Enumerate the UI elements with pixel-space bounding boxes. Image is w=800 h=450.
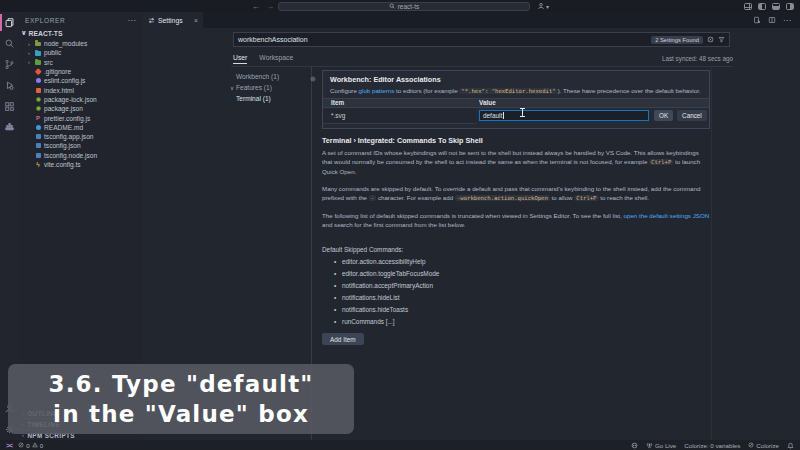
tree-item-src[interactable]: ›src bbox=[18, 58, 143, 67]
settings-search-input[interactable]: workbenchAssociation 2 Settings Found bbox=[233, 32, 730, 47]
open-default-settings-link[interactable]: open the default settings JSON bbox=[624, 212, 710, 219]
setting-gear-icon[interactable] bbox=[309, 75, 317, 83]
tree-item-tsconfig-node[interactable]: tsconfig.node.json bbox=[18, 151, 143, 160]
tree-item-readme[interactable]: README.md bbox=[18, 123, 143, 132]
results-count-badge: 2 Settings Found bbox=[651, 36, 703, 44]
toggle-secondary-sidebar-icon[interactable] bbox=[786, 3, 794, 10]
ok-button[interactable]: OK bbox=[654, 110, 673, 121]
description-paragraph-3: The following list of default skipped co… bbox=[322, 211, 710, 229]
html-icon bbox=[36, 88, 41, 93]
list-item: •editor.action.toggleTabFocusMode bbox=[322, 268, 710, 280]
scope-workspace[interactable]: Workspace bbox=[259, 54, 293, 63]
problems-indicator[interactable]: 0 0 bbox=[18, 442, 43, 449]
toc-features[interactable]: ∨Features (1) bbox=[228, 82, 308, 93]
item-cell[interactable]: *.svg bbox=[323, 108, 476, 124]
explorer-more-actions-icon[interactable]: ⋯ bbox=[127, 16, 136, 25]
tree-item-index-html[interactable]: index.html bbox=[18, 85, 143, 94]
setting-editor-associations: Workbench: Editor Associations Configure… bbox=[322, 70, 710, 129]
tree-item-public[interactable]: ›public bbox=[18, 48, 143, 57]
colorize-variables-status[interactable]: Colorize: 0 variables bbox=[684, 442, 740, 449]
add-item-button[interactable]: Add Item bbox=[322, 333, 364, 345]
tree-item-gitignore[interactable]: .gitignore bbox=[18, 67, 143, 76]
run-debug-icon[interactable] bbox=[0, 75, 18, 96]
copilot-status-icon[interactable] bbox=[631, 442, 638, 449]
tab-close-icon[interactable]: × bbox=[194, 17, 198, 24]
scope-user[interactable]: User bbox=[233, 54, 247, 63]
extensions-icon[interactable] bbox=[0, 96, 18, 117]
caption-line-1: 3.6. Type "default" bbox=[48, 369, 313, 399]
list-item: •runCommands [...] bbox=[322, 316, 710, 328]
cancel-button[interactable]: Cancel bbox=[677, 110, 707, 121]
search-value: react-ts bbox=[398, 3, 420, 10]
table-row: *.svg default OK Cancel bbox=[323, 108, 709, 124]
folder-icon bbox=[35, 42, 41, 47]
setting-title: Terminal › Integrated: Commands To Skip … bbox=[322, 136, 710, 145]
explorer-icon[interactable] bbox=[0, 12, 18, 33]
toc-terminal[interactable]: Terminal (1) bbox=[228, 93, 308, 104]
description-paragraph-2: Many commands are skipped by default. To… bbox=[322, 184, 710, 203]
tree-item-tsconfig-app[interactable]: tsconfig.app.json bbox=[18, 132, 143, 141]
column-value: Value bbox=[476, 99, 496, 106]
tree-item-vite-config[interactable]: ϟvite.config.ts bbox=[18, 160, 143, 169]
clear-search-icon[interactable] bbox=[707, 36, 714, 43]
tree-item-eslint-config[interactable]: eslint.config.js bbox=[18, 76, 143, 85]
search-icon bbox=[389, 3, 395, 9]
tab-strip: Settings × ⋯ bbox=[143, 12, 800, 28]
notifications-bell-icon[interactable] bbox=[787, 442, 794, 449]
remote-indicator-icon[interactable]: >< bbox=[6, 442, 12, 449]
mouse-text-cursor bbox=[520, 108, 525, 117]
file-tree: ›node_modules ›public ›src .gitignore es… bbox=[18, 39, 143, 169]
git-icon bbox=[35, 68, 41, 74]
text-caret bbox=[503, 112, 504, 119]
error-icon bbox=[18, 442, 24, 448]
profile-menu[interactable]: ▾ bbox=[537, 1, 549, 11]
colorize-toggle[interactable]: Colorize bbox=[748, 442, 779, 449]
split-editor-icon[interactable] bbox=[768, 16, 776, 24]
code-quickopen: -workbench.action.quickOpen bbox=[455, 195, 550, 201]
search-sidebar-icon[interactable] bbox=[0, 33, 18, 54]
readme-icon bbox=[36, 125, 41, 130]
chevron-down-icon: ∨ bbox=[228, 85, 236, 91]
skipped-commands-label: Default Skipped Commands: bbox=[322, 246, 710, 253]
tree-item-tsconfig[interactable]: tsconfig.json bbox=[18, 141, 143, 150]
value-field[interactable]: default bbox=[479, 110, 649, 121]
tutorial-caption-overlay: 3.6. Type "default" in the "Value" box bbox=[8, 364, 354, 434]
editor-more-actions-icon[interactable]: ⋯ bbox=[783, 16, 792, 25]
toc-workbench[interactable]: Workbench (1) bbox=[228, 71, 308, 82]
customize-layout-icon[interactable] bbox=[744, 3, 752, 10]
dropdown-icon: ▾ bbox=[546, 3, 549, 10]
toggle-sidebar-icon[interactable] bbox=[758, 3, 766, 10]
settings-content: Workbench: Editor Associations Configure… bbox=[322, 70, 710, 346]
list-item: •notifications.hideList bbox=[322, 292, 710, 304]
content-right-edge bbox=[711, 66, 712, 446]
docker-icon[interactable] bbox=[0, 117, 18, 138]
description-paragraph-1: A set of command IDs whose keybindings w… bbox=[322, 148, 710, 176]
chevron-right-icon: › bbox=[28, 59, 32, 65]
nav-back-icon[interactable]: ← bbox=[252, 2, 260, 11]
command-center-search[interactable]: react-ts bbox=[278, 2, 530, 11]
tree-item-node-modules[interactable]: ›node_modules bbox=[18, 39, 143, 48]
associations-table: Item Value *.svg default OK Cancel bbox=[323, 98, 709, 124]
tree-item-package-lock[interactable]: package-lock.json bbox=[18, 95, 143, 104]
source-control-icon[interactable] bbox=[0, 54, 18, 75]
tab-label: Settings bbox=[158, 17, 183, 24]
tree-item-prettier-config[interactable]: Pprettier.config.js bbox=[18, 113, 143, 122]
folder-icon bbox=[35, 51, 41, 56]
go-live-button[interactable]: Go Live bbox=[646, 442, 676, 449]
nav-forward-icon[interactable]: → bbox=[266, 2, 274, 11]
filter-icon[interactable] bbox=[718, 36, 725, 43]
code-ctrl-p: Ctrl+P bbox=[649, 159, 673, 165]
list-item: •editor.action.accessibilityHelp bbox=[322, 256, 710, 268]
column-item: Item bbox=[323, 99, 476, 106]
tree-item-package-json[interactable]: package.json bbox=[18, 104, 143, 113]
circle-slash-icon bbox=[748, 442, 754, 448]
setting-commands-to-skip-shell: Terminal › Integrated: Commands To Skip … bbox=[322, 136, 710, 346]
setting-title: Workbench: Editor Associations bbox=[330, 75, 702, 84]
explorer-root-folder[interactable]: ∨ REACT-TS bbox=[18, 28, 143, 38]
glob-patterns-link[interactable]: glob patterns bbox=[359, 87, 395, 94]
tab-settings[interactable]: Settings × bbox=[143, 12, 203, 28]
toggle-panel-icon[interactable] bbox=[772, 3, 780, 10]
npm-icon bbox=[36, 97, 41, 102]
npm-icon bbox=[36, 106, 41, 111]
open-settings-json-icon[interactable] bbox=[753, 16, 761, 24]
